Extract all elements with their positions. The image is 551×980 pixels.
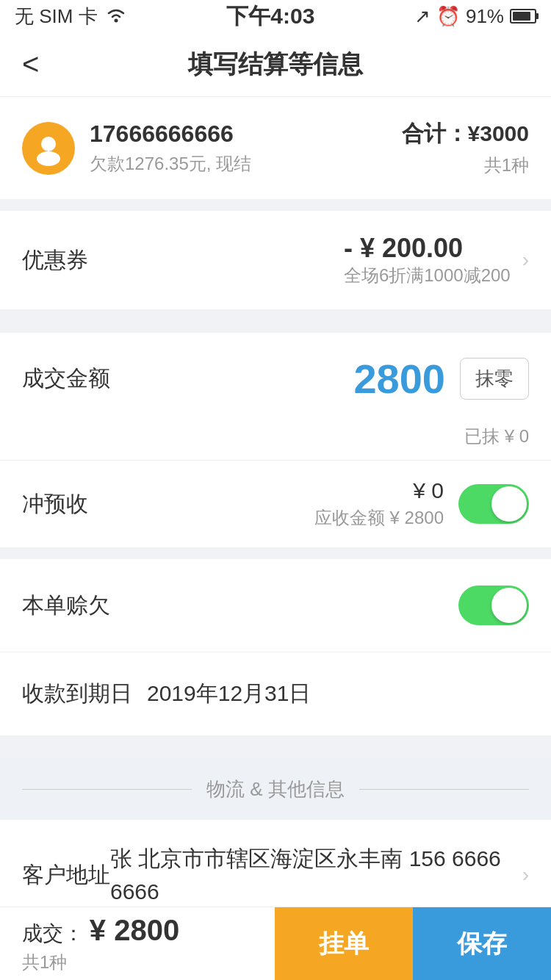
deal-right: 2800 抹零 — [353, 355, 529, 403]
header-line-left — [22, 789, 192, 790]
header-line-right — [359, 789, 529, 790]
discount-desc: 全场6折满1000减200 — [344, 264, 511, 287]
nav-bar: < 填写结算等信息 — [0, 32, 551, 97]
separator-3 — [0, 747, 551, 759]
battery-percent: 91% — [466, 5, 504, 28]
status-bar: 无 SIM 卡 下午4:03 ↗ ⏰ 91% — [0, 0, 551, 32]
status-left: 无 SIM 卡 — [15, 4, 127, 29]
back-button[interactable]: < — [22, 48, 66, 81]
deal-prefix: 成交： — [22, 922, 84, 945]
svg-point-0 — [114, 18, 118, 22]
carrier-text: 无 SIM 卡 — [15, 4, 98, 29]
coupon-right: - ¥ 200.00 全场6折满1000减200 › — [344, 233, 529, 287]
due-date-label: 收款到期日 — [22, 679, 132, 709]
coupon-card: 优惠券 - ¥ 200.00 全场6折满1000减200 › — [0, 211, 551, 309]
debt-row: 本单赊欠 — [0, 559, 551, 652]
chevron-right-icon: › — [522, 248, 529, 272]
prepayment-row: 冲预收 ¥ 0 应收金额 ¥ 2800 — [0, 460, 551, 547]
prepayment-amount: ¥ 0 — [314, 478, 444, 503]
save-button[interactable]: 保存 — [413, 907, 551, 981]
discount-amount: - ¥ 200.00 — [344, 233, 511, 264]
coupon-row[interactable]: 优惠券 - ¥ 200.00 全场6折满1000减200 › — [0, 211, 551, 309]
battery-icon — [510, 9, 536, 24]
deal-amount-value: 2800 — [353, 355, 445, 403]
avatar — [22, 122, 75, 175]
address-chevron-icon: › — [522, 863, 529, 887]
location-icon: ↗ — [414, 5, 431, 28]
debt-card: 本单赊欠 收款到期日 2019年12月31日 — [0, 559, 551, 735]
coupon-label: 优惠券 — [22, 245, 88, 275]
page-title: 填写结算等信息 — [66, 48, 485, 82]
status-right: ↗ ⏰ 91% — [414, 5, 536, 28]
due-date-row: 收款到期日 2019年12月31日 — [0, 652, 551, 735]
deal-amount-label: 成交金额 — [22, 364, 110, 394]
debt-toggle-knob — [491, 588, 527, 623]
prepayment-toggle[interactable] — [458, 484, 529, 524]
customer-debt: 欠款1276.35元, 现结 — [90, 152, 402, 176]
deal-sub: 已抹 ¥ 0 — [0, 425, 551, 460]
debt-toggle[interactable] — [458, 586, 529, 625]
wifi-icon — [105, 5, 127, 28]
deal-amount-row: 成交金额 2800 抹零 — [0, 333, 551, 425]
address-label: 客户地址 — [22, 860, 110, 890]
deal-section: 成交金额 2800 抹零 已抹 ¥ 0 冲预收 ¥ 0 应收金额 ¥ 2800 — [0, 333, 551, 547]
prepayment-label: 冲预收 — [22, 489, 88, 519]
svg-point-2 — [37, 151, 60, 166]
separator-1 — [0, 321, 551, 333]
customer-total: 合计：¥3000 共1种 — [402, 119, 529, 177]
hang-button[interactable]: 挂单 — [275, 907, 413, 981]
debt-label: 本单赊欠 — [22, 591, 110, 621]
address-value: 张 北京市市辖区海淀区永丰南 156 6666 6666 — [110, 842, 511, 908]
total-count: 共1种 — [402, 154, 529, 177]
separator-2 — [0, 547, 551, 559]
alarm-icon: ⏰ — [436, 5, 460, 28]
bottom-summary: 成交： ¥ 2800 共1种 — [0, 914, 275, 974]
customer-info: 17666666666 欠款1276.35元, 现结 — [90, 120, 402, 176]
customer-row: 17666666666 欠款1276.35元, 现结 合计：¥3000 共1种 — [0, 97, 551, 199]
bottom-deal-label: 成交： ¥ 2800 — [22, 914, 253, 948]
bottom-deal-amount: ¥ 2800 — [90, 914, 179, 946]
customer-card: 17666666666 欠款1276.35元, 现结 合计：¥3000 共1种 — [0, 97, 551, 199]
bottom-bar: 成交： ¥ 2800 共1种 挂单 保存 — [0, 907, 551, 980]
bottom-count: 共1种 — [22, 951, 253, 974]
prepayment-right: ¥ 0 应收金额 ¥ 2800 — [314, 478, 444, 530]
total-amount: 合计：¥3000 — [402, 119, 529, 149]
section-header-text: 物流 & 其他信息 — [206, 777, 345, 802]
status-time: 下午4:03 — [226, 1, 314, 32]
customer-phone: 17666666666 — [90, 120, 402, 148]
due-date-value: 2019年12月31日 — [147, 679, 311, 709]
prepayment-sub: 应收金额 ¥ 2800 — [314, 506, 444, 530]
svg-point-1 — [41, 137, 56, 151]
round-zero-button[interactable]: 抹零 — [460, 358, 529, 400]
toggle-knob — [491, 486, 527, 522]
section-header: 物流 & 其他信息 — [0, 759, 551, 820]
